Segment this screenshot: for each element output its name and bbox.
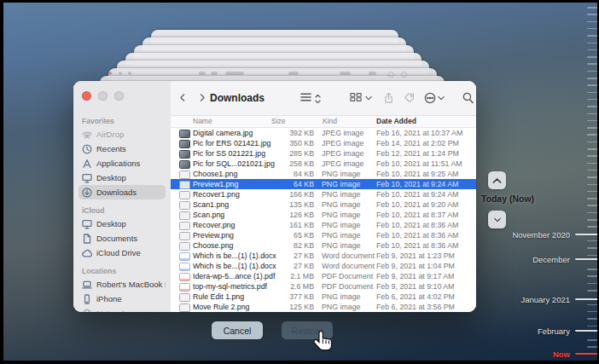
ghost-toolbar-mark bbox=[108, 72, 112, 75]
sidebar-item-recents[interactable]: Recents bbox=[79, 142, 166, 156]
forward-button[interactable] bbox=[198, 92, 206, 103]
timeline-minor-tick bbox=[587, 28, 597, 30]
file-icon-jpeg bbox=[179, 140, 190, 148]
timeline-mark-label[interactable]: January 2021 bbox=[520, 295, 570, 304]
restore-button[interactable]: Restore bbox=[282, 321, 333, 339]
more-actions-button[interactable] bbox=[424, 92, 436, 104]
timeline-minor-tick bbox=[587, 283, 597, 285]
window-title: Downloads bbox=[210, 92, 265, 104]
file-icon-pdf bbox=[179, 283, 190, 292]
file-row[interactable]: Choose.png82 KBPNG imageFeb 10, 2021 at … bbox=[171, 240, 476, 251]
cancel-button[interactable]: Cancel bbox=[212, 321, 263, 339]
timeline-mark-tick[interactable] bbox=[575, 353, 599, 355]
search-button[interactable] bbox=[462, 92, 474, 104]
file-row[interactable]: Idera-wp-5...ance (1).pdf2.1 MBPDF Docum… bbox=[171, 271, 476, 281]
file-kind: PNG image bbox=[322, 302, 385, 312]
file-date-added: Feb 10, 2021 at 9:24 AM bbox=[376, 179, 472, 189]
file-date-added: Feb 14, 2021 at 2:02 PM bbox=[376, 138, 472, 148]
sidebar-item-network[interactable]: Network bbox=[79, 306, 166, 312]
sidebar-item-desktop[interactable]: Desktop bbox=[79, 217, 166, 231]
column-header-size[interactable]: Size bbox=[271, 117, 286, 125]
sidebar-item-applications[interactable]: Applications bbox=[79, 156, 166, 170]
file-row[interactable]: Preview.png65 KBPNG imageFeb 10, 2021 at… bbox=[171, 230, 476, 240]
sidebar-item-label: Robert's MacBook Pro bbox=[96, 280, 166, 289]
timeline-mark-label[interactable]: Now bbox=[553, 350, 570, 359]
sort-direction-control[interactable] bbox=[315, 94, 321, 104]
file-kind: PNG image bbox=[322, 199, 385, 210]
minimize-button[interactable] bbox=[98, 91, 108, 101]
file-row[interactable]: Rule Edit 1.png377 KBPNG imageFeb 6, 202… bbox=[171, 292, 476, 302]
group-view-button[interactable] bbox=[350, 92, 362, 102]
timeline-mark-label[interactable]: December bbox=[532, 255, 570, 264]
timeline-minor-tick bbox=[587, 155, 597, 157]
timeline-minor-tick bbox=[587, 84, 597, 86]
share-button[interactable] bbox=[384, 92, 393, 104]
timeline-mark-tick[interactable] bbox=[575, 234, 599, 235]
timeline-minor-tick bbox=[587, 269, 597, 270]
file-row[interactable]: Choose1.png84 KBPNG imageFeb 10, 2021 at… bbox=[171, 169, 476, 179]
file-size: 64 KB bbox=[254, 179, 314, 189]
ghost-toolbar-mark bbox=[340, 72, 351, 75]
timeline-minor-tick bbox=[587, 205, 597, 206]
sidebar-item-label: Recents bbox=[96, 144, 126, 153]
sidebar-item-downloads[interactable]: Downloads bbox=[79, 185, 166, 199]
file-row[interactable]: Recover1.png166 KBPNG imageFeb 10, 2021 … bbox=[171, 189, 476, 199]
window-controls bbox=[82, 91, 124, 101]
timeline-minor-tick bbox=[587, 247, 597, 249]
tag-button[interactable] bbox=[404, 92, 415, 103]
file-size: 135 KB bbox=[254, 199, 314, 210]
timeline-mark-tick[interactable] bbox=[575, 258, 599, 260]
column-header-date-added[interactable]: Date Added bbox=[376, 117, 416, 125]
file-row[interactable]: Digital camera.jpg392 KBJPEG imageFeb 16… bbox=[171, 128, 476, 138]
file-size: 125 KB bbox=[254, 302, 314, 312]
file-row[interactable]: Scan.png126 KBPNG imageFeb 10, 2021 at 8… bbox=[171, 210, 476, 220]
file-size: 166 KB bbox=[254, 189, 314, 199]
list-view-button[interactable] bbox=[300, 92, 311, 102]
back-button[interactable] bbox=[178, 92, 187, 103]
file-icon-png bbox=[179, 181, 190, 189]
file-row[interactable]: Move Rule 2.png125 KBPNG imageFeb 6, 202… bbox=[171, 302, 476, 312]
timeline-mark-tick[interactable] bbox=[575, 298, 599, 300]
file-row[interactable]: Pic for ERS 021421.jpg350 KBJPEG imageFe… bbox=[171, 138, 476, 148]
timeline-minor-tick bbox=[587, 56, 597, 58]
file-date-added: Feb 10, 2021 at 8:36 AM bbox=[376, 220, 472, 230]
timeline-forward-button[interactable] bbox=[488, 211, 506, 228]
file-row[interactable]: Pic for SQL...021021.jpg258 KBJPEG image… bbox=[171, 159, 476, 169]
file-kind: JPEG image bbox=[322, 138, 385, 148]
file-row[interactable]: Scan1.png135 KBPNG imageFeb 10, 2021 at … bbox=[171, 199, 476, 210]
file-row[interactable]: Which is be...(1) (1).docx27 KBWord docu… bbox=[171, 251, 476, 261]
sidebar-item-iphone[interactable]: iPhone bbox=[79, 292, 166, 306]
file-size: 65 KB bbox=[254, 230, 314, 240]
sidebar-section-header: Favorites bbox=[82, 117, 171, 125]
applications-icon bbox=[82, 159, 92, 169]
sidebar: FavoritesAirDropRecentsApplicationsDeskt… bbox=[73, 81, 172, 312]
file-kind: PNG image bbox=[322, 292, 385, 302]
file-row[interactable]: Pic for SS 021221.jpg285 KBJPEG imageFeb… bbox=[171, 148, 476, 159]
column-header-name[interactable]: Name bbox=[193, 117, 212, 125]
file-row[interactable]: Which is be...(1) (1).docx27 KBWord docu… bbox=[171, 261, 476, 271]
sidebar-item-desktop[interactable]: Desktop bbox=[79, 170, 166, 185]
timeline-mark-label[interactable]: February bbox=[538, 326, 570, 336]
timeline-minor-tick bbox=[587, 78, 597, 79]
sidebar-item-robert-s-macbook-pro[interactable]: Robert's MacBook Pro bbox=[79, 277, 166, 292]
desktop-icon bbox=[82, 219, 92, 229]
column-header-kind[interactable]: Kind bbox=[323, 117, 337, 125]
timeline-mark-tick[interactable] bbox=[575, 330, 599, 332]
sidebar-item-icloud-drive[interactable]: iCloud Drive bbox=[79, 246, 166, 260]
sidebar-item-airdrop[interactable]: AirDrop bbox=[79, 127, 166, 142]
file-row[interactable]: top-my-sql-metrics.pdf2.6 MBPDF Document… bbox=[171, 281, 476, 292]
sidebar-item-documents[interactable]: Documents bbox=[79, 231, 166, 246]
zoom-button[interactable] bbox=[114, 91, 124, 101]
timeline-minor-tick bbox=[587, 275, 597, 277]
file-row[interactable]: Preview1.png64 KBPNG imageFeb 10, 2021 a… bbox=[171, 179, 476, 189]
file-row[interactable]: Recover.png161 KBPNG imageFeb 10, 2021 a… bbox=[171, 220, 476, 230]
timeline-mark-label[interactable]: November 2020 bbox=[512, 230, 570, 240]
timeline-minor-tick bbox=[587, 148, 597, 150]
file-size: 82 KB bbox=[254, 240, 314, 251]
file-date-added: Feb 10, 2021 at 11:51 AM bbox=[376, 159, 472, 169]
file-icon-jpeg bbox=[179, 130, 190, 138]
timeline-back-button[interactable] bbox=[488, 171, 506, 189]
timeline-current-label: Today (Now) bbox=[471, 194, 544, 204]
close-button[interactable] bbox=[82, 91, 91, 101]
airdrop-icon bbox=[82, 130, 92, 140]
